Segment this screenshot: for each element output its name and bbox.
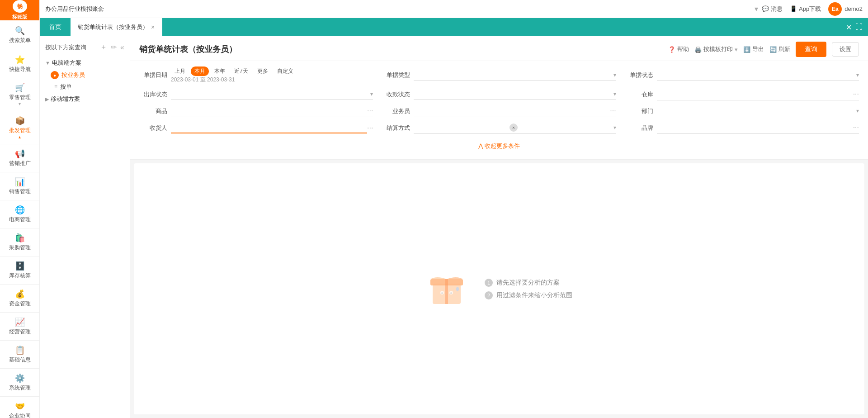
panel-edit-btn[interactable]: ✏ — [111, 43, 117, 52]
sidebar-item-retail[interactable]: 🛒 零售管理 ▾ — [0, 78, 39, 111]
consignee-more[interactable]: ··· — [367, 124, 373, 132]
set-button[interactable]: 设置 — [832, 42, 859, 57]
tab-active[interactable]: 销货单统计表（按业务员） × — [71, 18, 162, 36]
refresh-icon: 🔄 — [769, 46, 777, 53]
consignee-label: 收货人 — [139, 124, 171, 132]
operation-icon: 📈 — [15, 317, 25, 327]
help-icon: ❓ — [668, 46, 675, 53]
doctype-chevron: ▾ — [613, 72, 616, 78]
sidebar-operation-label: 经营管理 — [9, 328, 31, 336]
empty-steps: 1 请先选择要分析的方案 2 用过滤条件来缩小分析范围 — [485, 279, 572, 299]
salesperson-select[interactable]: ··· — [414, 105, 616, 117]
sidebar: 畅 标账版 🔍 搜索菜单 ⭐ 快捷导航 🛒 零售管理 ▾ 📦 批发管理 ▴ 📢 … — [0, 0, 40, 418]
outstatus-select[interactable]: ▾ — [171, 89, 373, 100]
filter-brand-cell: 品牌 ··· — [625, 122, 859, 134]
date-tab-custom[interactable]: 自定义 — [274, 66, 297, 76]
tree-item-mobile[interactable]: ▶ 移动端方案 — [40, 93, 130, 105]
print-btn[interactable]: 🖨️ 按模板打印 ▾ — [694, 45, 738, 53]
tree-salesperson-label: 按业务员 — [61, 71, 85, 79]
tree-child-order[interactable]: ≡ 按单 — [40, 81, 130, 93]
doctype-label: 单据类型 — [382, 71, 414, 79]
empty-step-1: 1 请先选择要分析的方案 — [485, 279, 572, 287]
topbar-user-label: demo2 — [844, 5, 863, 12]
empty-step-2-label: 用过滤条件来缩小分析范围 — [496, 291, 572, 299]
sidebar-item-ecom[interactable]: 🌐 电商管理 — [0, 200, 39, 228]
quicknav-icon: ⭐ — [15, 55, 25, 65]
date-tab-7days[interactable]: 近7天 — [231, 66, 252, 76]
consignee-input[interactable] — [171, 122, 367, 133]
page-actions: ❓ 帮助 🖨️ 按模板打印 ▾ ⬇️ 导出 🔄 刷新 — [668, 42, 859, 61]
brand-select[interactable]: ··· — [657, 122, 859, 134]
search-icon: 🔍 — [15, 26, 25, 36]
query-button[interactable]: 查询 — [796, 42, 826, 57]
sidebar-retail-label: 零售管理 — [9, 94, 31, 101]
purchase-icon: 🛍️ — [15, 233, 25, 243]
sidebar-item-marketing[interactable]: 📢 营销推广 — [0, 144, 39, 172]
filter-goods-cell: 商品 ··· — [139, 105, 373, 117]
help-btn[interactable]: ❓ 帮助 — [668, 45, 689, 53]
filter-payment-cell: 结算方式 × ▾ — [382, 122, 616, 134]
sidebar-item-finance[interactable]: 💰 资金管理 — [0, 285, 39, 313]
sidebar-search-label: 搜索菜单 — [9, 37, 31, 44]
system-icon: ⚙️ — [15, 373, 25, 383]
left-panel: 按以下方案查询 ＋ ✏ « ▼ 电脑端方案 ● 按业务员 — [40, 36, 130, 418]
wholesale-expand-icon: ▴ — [19, 134, 21, 139]
dept-select[interactable]: ▾ — [657, 106, 859, 116]
topbar-app-label: App下载 — [799, 5, 821, 13]
window-close-btn[interactable]: ✕ — [846, 23, 852, 32]
filter-area: 单据日期 上月 本月 本年 近7天 更多 自定义 2023-03-01 至 20… — [130, 61, 868, 160]
sidebar-item-basic[interactable]: 📋 基础信息 — [0, 341, 39, 369]
tree-section-pc: ▼ 电脑端方案 ● 按业务员 ≡ 按单 ▶ 移动端方案 — [40, 55, 130, 107]
date-tab-thisyear[interactable]: 本年 — [211, 66, 229, 76]
sidebar-item-search[interactable]: 🔍 搜索菜单 — [0, 20, 39, 50]
warehouse-select[interactable]: ··· — [657, 88, 859, 100]
tree-item-pc[interactable]: ▼ 电脑端方案 — [40, 57, 130, 69]
warehouse-more[interactable]: ··· — [853, 90, 859, 98]
salesperson-label: 业务员 — [382, 107, 414, 115]
svg-rect-2 — [445, 279, 448, 304]
topbar-msg-label: 消息 — [771, 5, 783, 13]
tree-child-salesperson[interactable]: ● 按业务员 — [40, 69, 130, 81]
payment-select[interactable]: × ▾ — [414, 122, 616, 134]
tab-close-btn[interactable]: × — [151, 24, 155, 31]
panel-collapse-btn[interactable]: « — [120, 43, 124, 52]
export-btn[interactable]: ⬇️ 导出 — [743, 45, 764, 53]
goods-select[interactable]: ··· — [171, 105, 373, 117]
sidebar-item-operation[interactable]: 📈 经营管理 — [0, 313, 39, 341]
salesperson-more[interactable]: ··· — [610, 107, 616, 115]
sidebar-item-sales[interactable]: 📊 销售管理 — [0, 172, 39, 200]
tab-home[interactable]: 首页 — [40, 18, 71, 36]
basic-icon: 📋 — [15, 345, 25, 355]
window-max-btn[interactable]: ⛶ — [855, 23, 863, 31]
sidebar-item-system[interactable]: ⚙️ 系统管理 — [0, 369, 39, 397]
panel-add-btn[interactable]: ＋ — [100, 43, 107, 52]
sidebar-item-corp[interactable]: 🤝 企业协同 — [0, 397, 39, 418]
date-tab-more[interactable]: 更多 — [254, 66, 272, 76]
doctype-select[interactable]: ▾ — [414, 70, 616, 81]
topbar-app-btn[interactable]: 📱 App下载 — [790, 5, 821, 13]
payment-clear-btn[interactable]: × — [509, 124, 518, 132]
topbar: 办公用品行业模拟账套 ▾ 💬 消息 📱 App下载 Ea demo2 — [40, 0, 868, 18]
date-tab-lastmonth[interactable]: 上月 — [171, 66, 189, 76]
sidebar-item-purchase[interactable]: 🛍️ 采购管理 — [0, 228, 39, 256]
date-tab-thismonth[interactable]: 本月 — [191, 66, 209, 76]
topbar-msg-btn[interactable]: 💬 消息 — [762, 5, 783, 13]
sidebar-system-label: 系统管理 — [9, 384, 31, 392]
topbar-user[interactable]: Ea demo2 — [828, 2, 863, 16]
sidebar-item-inventory[interactable]: 🗄️ 库存核算 — [0, 256, 39, 285]
refresh-btn[interactable]: 🔄 刷新 — [769, 45, 790, 53]
sidebar-corp-label: 企业协同 — [9, 412, 31, 418]
sidebar-quicknav-label: 快捷导航 — [9, 66, 31, 73]
filter-consignee-cell: 收货人 ··· — [139, 122, 373, 134]
collapse-bar[interactable]: ⋀ 收起更多条件 — [139, 138, 859, 154]
sidebar-item-wholesale[interactable]: 📦 批发管理 ▴ — [0, 111, 39, 144]
sidebar-item-quicknav[interactable]: ⭐ 快捷导航 — [0, 50, 39, 78]
print-icon: 🖨️ — [694, 46, 702, 53]
empty-state: 1 请先选择要分析的方案 2 用过滤条件来缩小分析范围 — [134, 163, 864, 414]
collectstatus-select[interactable]: ▾ — [414, 89, 616, 100]
topbar-dropdown-icon[interactable]: ▾ — [755, 5, 758, 13]
brand-more[interactable]: ··· — [853, 124, 859, 132]
goods-more[interactable]: ··· — [367, 107, 373, 115]
tabbar: 首页 销货单统计表（按业务员） × ✕ ⛶ — [40, 18, 868, 36]
docstatus-select[interactable]: ▾ — [657, 70, 859, 81]
